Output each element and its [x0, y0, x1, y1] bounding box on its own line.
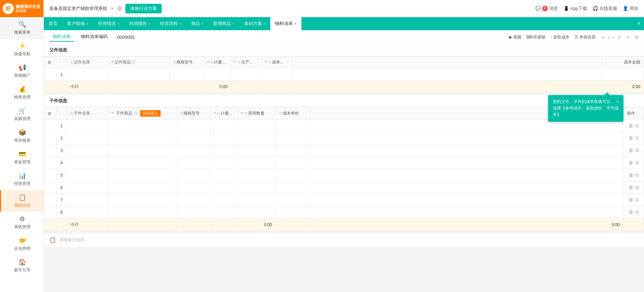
child-col-qty[interactable]: * ⇅ 需用数量: [238, 107, 276, 120]
child-row-unitcost[interactable]: [276, 194, 310, 206]
scan-button[interactable]: 扫码录入: [140, 110, 161, 117]
tab-profit[interactable]: 利润报告 ×: [124, 17, 155, 30]
tab-customer[interactable]: 客户联络 ×: [62, 17, 93, 30]
sidebar-item-nav[interactable]: ⚡ 快捷导航: [0, 39, 44, 60]
copy-icon[interactable]: ⧉: [635, 209, 639, 215]
tab-product[interactable]: 商品 ×: [186, 17, 208, 30]
child-row-warehouse[interactable]: [67, 182, 108, 194]
child-row-unitcost[interactable]: [276, 120, 310, 132]
child-row-unitcost[interactable]: [276, 169, 310, 182]
copy-icon[interactable]: ⧉: [635, 160, 639, 166]
sidebar-item-inventory[interactable]: 📦 库存核算: [0, 125, 44, 147]
child-row-unit[interactable]: [211, 206, 238, 219]
sidebar-item-sales[interactable]: 💰 销售管理: [0, 82, 44, 104]
app-download-button[interactable]: 📱 App下载: [564, 5, 587, 12]
child-row-qty[interactable]: [238, 132, 276, 144]
sidebar-item-marketing[interactable]: 📢 营销推广: [0, 60, 44, 82]
parent-row-product[interactable]: [108, 68, 170, 81]
online-service-button[interactable]: 🎧 在线客服: [593, 5, 617, 12]
first-page-arrow[interactable]: «: [600, 34, 606, 40]
tab-bom-close[interactable]: ×: [294, 22, 296, 26]
child-col-product[interactable]: * 子件商品 ⓘ 扫码录入: [108, 107, 176, 120]
delete-icon[interactable]: 🗑: [629, 135, 633, 141]
child-row-warehouse[interactable]: [67, 194, 108, 206]
child-row-unit[interactable]: [211, 144, 238, 157]
child-row-product[interactable]: [108, 182, 176, 194]
sidebar-item-basic[interactable]: 📋 基础信息: [0, 190, 44, 212]
child-row-qty[interactable]: [238, 144, 276, 157]
expand-toggle[interactable]: ⊞: [634, 34, 639, 40]
child-row-spec[interactable]: [176, 194, 211, 206]
child-row-qty[interactable]: [238, 206, 276, 219]
child-row-product[interactable]: [108, 144, 176, 157]
child-row-product[interactable]: [108, 157, 176, 169]
doc-settings-button[interactable]: ☰ 单据设置: [574, 34, 596, 40]
child-row-qty[interactable]: [238, 169, 276, 182]
message-button[interactable]: 💬 6 消息: [535, 5, 558, 12]
child-row-warehouse[interactable]: [67, 120, 108, 132]
child-row-warehouse[interactable]: [67, 157, 108, 169]
last-page-arrow[interactable]: »: [617, 34, 622, 40]
child-row-unitcost[interactable]: [276, 182, 310, 194]
child-row-qty[interactable]: [238, 120, 276, 132]
parent-col-settings[interactable]: ⚙: [44, 57, 57, 68]
parent-row-cost[interactable]: [262, 68, 293, 81]
copy-icon[interactable]: ⧉: [635, 135, 639, 141]
child-row-unit[interactable]: [211, 194, 238, 206]
sidebar-item-search[interactable]: 🔍 搜索菜单: [0, 17, 44, 39]
sidebar-item-finance[interactable]: 💳 资金管理: [0, 147, 44, 168]
child-row-product[interactable]: [108, 132, 176, 144]
child-row-spec[interactable]: [176, 120, 211, 132]
child-row-spec[interactable]: [176, 169, 211, 182]
layout-toggle[interactable]: ≡: [627, 34, 630, 40]
user-button[interactable]: 👤 用友: [623, 5, 639, 12]
video-button[interactable]: ▶ 视频: [509, 34, 521, 40]
tab-customer-close[interactable]: ×: [86, 22, 88, 26]
parent-col-warehouse[interactable]: ⇅ 父件仓库: [67, 57, 108, 68]
child-row-spec[interactable]: [176, 144, 211, 157]
child-row-warehouse[interactable]: [67, 144, 108, 157]
delete-icon[interactable]: 🗑: [629, 148, 633, 153]
tooltip-close-button[interactable]: ×: [616, 98, 619, 105]
trial-button[interactable]: 体验行业方案: [125, 4, 162, 13]
parent-row-spec[interactable]: [170, 68, 204, 81]
delete-icon[interactable]: 🗑: [629, 160, 633, 166]
child-row-unit[interactable]: [211, 120, 238, 132]
tab-barcode-close[interactable]: ×: [263, 22, 265, 26]
tab-home[interactable]: 首页: [44, 17, 62, 30]
child-row-unit[interactable]: [211, 169, 238, 182]
parent-row-unit[interactable]: [204, 68, 231, 81]
tab-profit-close[interactable]: ×: [148, 22, 150, 26]
sub-tab-bom[interactable]: 物料清单: [49, 32, 74, 42]
delete-icon[interactable]: 🗑: [629, 209, 633, 215]
child-row-spec[interactable]: [176, 157, 211, 169]
child-row-warehouse[interactable]: [67, 206, 108, 219]
child-col-unitcost[interactable]: ⇅ 成本单价: [276, 107, 310, 120]
sidebar-item-system[interactable]: ⚙ 系统管理: [0, 212, 44, 233]
tab-history-close[interactable]: ×: [179, 22, 181, 26]
parent-col-unit[interactable]: * ⇅ 计量...: [204, 57, 231, 68]
child-col-spec[interactable]: ⇅ 规格型号: [176, 107, 211, 120]
child-row-unit[interactable]: [211, 132, 238, 144]
child-row-qty[interactable]: [238, 182, 276, 194]
settings-icon[interactable]: ⚙: [117, 5, 122, 12]
child-row-spec[interactable]: [176, 206, 211, 219]
sidebar-item-purchase[interactable]: 🛒 采购管理: [0, 104, 44, 125]
child-row-unit[interactable]: [211, 157, 238, 169]
child-row-spec[interactable]: [176, 182, 211, 194]
sidebar-item-business[interactable]: 📊 经营管理: [0, 168, 44, 190]
delete-icon[interactable]: 🗑: [629, 123, 633, 129]
child-row-product[interactable]: [108, 169, 176, 182]
parent-row-warehouse[interactable]: [67, 68, 108, 81]
copy-icon[interactable]: ⧉: [635, 197, 639, 203]
copy-icon[interactable]: ⧉: [635, 123, 639, 129]
tab-operation-close[interactable]: ×: [117, 22, 119, 26]
parent-row-produce[interactable]: [231, 68, 262, 81]
copy-icon[interactable]: ⧉: [635, 185, 639, 190]
sidebar-item-guide[interactable]: 🏠 新手引导: [0, 255, 44, 277]
tab-new-product-close[interactable]: ×: [232, 22, 234, 26]
close-all-tabs[interactable]: ×: [634, 21, 644, 27]
child-row-unitcost[interactable]: [276, 157, 310, 169]
copy-icon[interactable]: ⧉: [635, 172, 639, 178]
tab-barcode[interactable]: 条码方案 ×: [239, 17, 270, 30]
